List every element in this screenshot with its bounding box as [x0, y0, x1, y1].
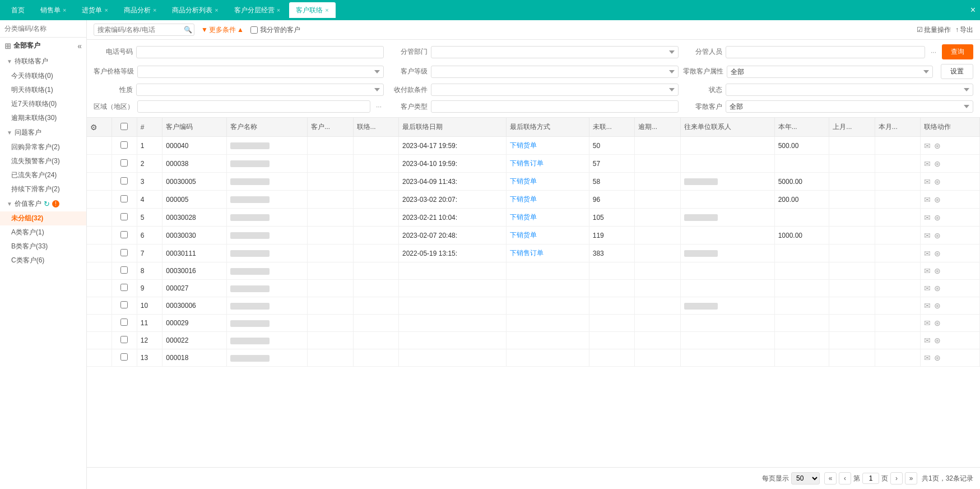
- gender-select[interactable]: [136, 84, 384, 96]
- batch-op-button[interactable]: ☑ 批量操作: [917, 25, 951, 35]
- chat-action-icon[interactable]: ✉: [924, 336, 931, 345]
- contact-way-link[interactable]: 下销售订单: [510, 159, 544, 167]
- customerlevel-select[interactable]: [431, 66, 679, 78]
- row-checkbox-cell[interactable]: [112, 332, 137, 349]
- chat-action-icon[interactable]: ✉: [924, 195, 931, 204]
- row-checkbox[interactable]: [120, 336, 128, 343]
- row-last-contact-way[interactable]: 下销货单: [507, 173, 589, 191]
- row-checkbox-cell[interactable]: [112, 262, 137, 280]
- tab-home[interactable]: 首页: [4, 2, 31, 18]
- grid-action-icon[interactable]: ⊛: [934, 249, 941, 258]
- last-page-button[interactable]: »: [905, 472, 917, 485]
- row-last-contact-way[interactable]: 下销货单: [507, 209, 589, 227]
- chat-action-icon[interactable]: ✉: [924, 284, 931, 293]
- row-last-contact-way[interactable]: 下销售订单: [507, 155, 589, 173]
- contact-way-link[interactable]: 下销货单: [510, 141, 537, 149]
- tab-customer-contact[interactable]: 客户联络 ×: [289, 2, 335, 18]
- row-last-contact-way[interactable]: 下销货单: [507, 191, 589, 209]
- tab-customer-segment[interactable]: 客户分层经营 ×: [227, 2, 287, 18]
- contact-col-header[interactable]: 联络...: [353, 118, 398, 137]
- row-checkbox-cell[interactable]: [112, 349, 137, 367]
- tab-goods-analysis-list[interactable]: 商品分析列表 ×: [165, 2, 225, 18]
- region-input[interactable]: [137, 100, 370, 113]
- sidebar-item-declining[interactable]: 持续下滑客户(2): [0, 182, 86, 196]
- chat-action-icon[interactable]: ✉: [924, 353, 931, 362]
- name-col-header[interactable]: 客户名称: [227, 118, 308, 137]
- sidebar-item-abnormal[interactable]: 回购异常客户(2): [0, 140, 86, 154]
- close-customer-contact-icon[interactable]: ×: [325, 7, 328, 13]
- retailcustomer-select[interactable]: 全部: [726, 100, 973, 113]
- sidebar-item-churn-risk[interactable]: 流失预警客户(3): [0, 154, 86, 168]
- select-all-checkbox[interactable]: [120, 123, 128, 130]
- grid-action-icon[interactable]: ⊛: [934, 141, 941, 150]
- all-customers-header[interactable]: ⊞ 全部客户 «: [0, 38, 86, 54]
- retailattr-select[interactable]: 全部: [727, 66, 933, 78]
- sidebar-item-lost[interactable]: 已流失客户(24): [0, 168, 86, 182]
- grid-action-icon[interactable]: ⊛: [934, 213, 941, 222]
- chat-action-icon[interactable]: ✉: [924, 319, 931, 327]
- chat-action-icon[interactable]: ✉: [924, 213, 931, 222]
- grid-action-icon[interactable]: ⊛: [934, 284, 941, 293]
- grid-action-icon[interactable]: ⊛: [934, 195, 941, 204]
- grid-action-icon[interactable]: ⊛: [934, 301, 941, 310]
- row-checkbox[interactable]: [120, 231, 128, 238]
- row-checkbox-cell[interactable]: [112, 137, 137, 155]
- sidebar-item-classA[interactable]: A类客户(1): [0, 225, 86, 239]
- more-conditions-button[interactable]: ▼ 更多条件 ▲: [201, 25, 244, 35]
- chat-action-icon[interactable]: ✉: [924, 141, 931, 150]
- tab-sales[interactable]: 销售单 ×: [34, 2, 73, 18]
- sidebar-group-pending[interactable]: ▼ 待联络客户: [0, 54, 86, 69]
- first-page-button[interactable]: «: [824, 472, 837, 485]
- grid-action-icon[interactable]: ⊛: [934, 177, 941, 186]
- grid-action-icon[interactable]: ⊛: [934, 353, 941, 362]
- page-number-input[interactable]: [862, 473, 879, 484]
- row-checkbox-cell[interactable]: [112, 209, 137, 227]
- row-last-contact-way[interactable]: [507, 332, 589, 349]
- row-checkbox[interactable]: [120, 353, 128, 361]
- close-goods-analysis-icon[interactable]: ×: [153, 7, 156, 13]
- this-month-col-header[interactable]: 本月...: [875, 118, 920, 137]
- row-checkbox-cell[interactable]: [112, 280, 137, 297]
- next-page-button[interactable]: ›: [890, 472, 903, 485]
- row-checkbox[interactable]: [120, 213, 128, 220]
- page-size-select[interactable]: 20 50 100: [791, 472, 820, 485]
- chat-action-icon[interactable]: ✉: [924, 301, 931, 310]
- chat-action-icon[interactable]: ✉: [924, 159, 931, 168]
- region-dots-button[interactable]: ···: [374, 103, 384, 110]
- sidebar-item-today[interactable]: 今天待联络(0): [0, 69, 86, 83]
- search-icon[interactable]: 🔍: [184, 26, 192, 34]
- grid-action-icon[interactable]: ⊛: [934, 336, 941, 345]
- row-last-contact-way[interactable]: [507, 349, 589, 367]
- sidebar-item-overdue[interactable]: 逾期未联络(30): [0, 111, 86, 125]
- contact-way-link[interactable]: 下销货单: [510, 195, 537, 203]
- last-month-col-header[interactable]: 上月...: [829, 118, 875, 137]
- row-checkbox[interactable]: [120, 159, 128, 167]
- row-checkbox[interactable]: [120, 301, 128, 308]
- grid-action-icon[interactable]: ⊛: [934, 266, 941, 275]
- row-last-contact-way[interactable]: 下销货单: [507, 227, 589, 245]
- query-button[interactable]: 查询: [942, 44, 973, 59]
- tab-purchase[interactable]: 进货单 ×: [75, 2, 114, 18]
- row-checkbox[interactable]: [120, 177, 128, 184]
- close-purchase-icon[interactable]: ×: [104, 7, 108, 13]
- pricelevel-select[interactable]: [137, 66, 384, 78]
- chat-action-icon[interactable]: ✉: [924, 231, 931, 240]
- chat-action-icon[interactable]: ✉: [924, 266, 931, 275]
- reset-button[interactable]: 设置: [941, 64, 973, 79]
- sidebar-item-ungroup[interactable]: 未分组(32): [0, 211, 86, 225]
- row-last-contact-way[interactable]: 下销货单: [507, 137, 589, 155]
- sidebar-item-classB[interactable]: B类客户(33): [0, 239, 86, 253]
- search-input[interactable]: [97, 26, 182, 34]
- row-checkbox-cell[interactable]: [112, 227, 137, 245]
- settings-icon[interactable]: ⚙: [90, 123, 97, 132]
- row-checkbox-cell[interactable]: [112, 315, 137, 332]
- uncontacted-col-header[interactable]: 未联...: [589, 118, 634, 137]
- sidebar-group-value[interactable]: ▼ 价值客户 ↻ !: [0, 196, 86, 211]
- sidebar-item-week[interactable]: 近7天待联络(0): [0, 97, 86, 111]
- row-last-contact-way[interactable]: [507, 315, 589, 332]
- sidebar-search-input[interactable]: [4, 25, 87, 33]
- customertype-input[interactable]: [431, 100, 679, 113]
- export-button[interactable]: ↑ 导出: [955, 25, 973, 35]
- grid-action-icon[interactable]: ⊛: [934, 231, 941, 240]
- contact-way-link[interactable]: 下销货单: [510, 231, 537, 239]
